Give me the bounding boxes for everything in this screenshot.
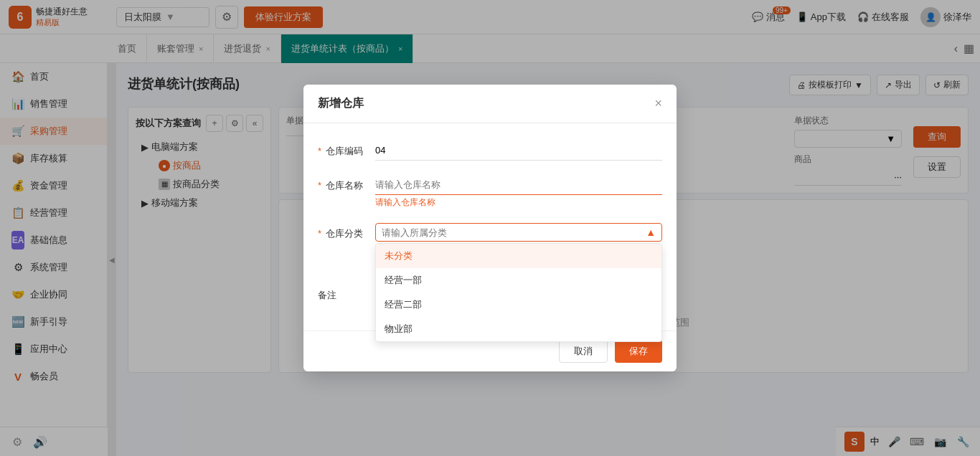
modal-close-btn[interactable]: × <box>654 96 662 111</box>
required-star: * <box>318 146 321 156</box>
dropdown-item-3[interactable]: 物业部 <box>376 317 661 341</box>
dropdown-item-2[interactable]: 经营二部 <box>376 293 661 317</box>
form-row-name: * 仓库名称 请输入仓库名称 <box>318 175 662 209</box>
modal-overlay: 新增仓库 × * 仓库编码 * 仓库名称 <box>0 0 980 456</box>
form-row-code: * 仓库编码 <box>318 141 662 161</box>
code-label: * 仓库编码 <box>318 141 375 158</box>
modal-header: 新增仓库 × <box>303 85 677 123</box>
category-label: * 仓库分类 <box>318 223 375 240</box>
required-star-cat: * <box>318 228 321 239</box>
category-dropdown-list: 未分类 经营一部 经营二部 物业部 <box>375 243 662 342</box>
category-arrow-icon[interactable]: ▲ <box>646 227 656 238</box>
name-error-msg: 请输入仓库名称 <box>375 196 662 209</box>
form-row-category: * 仓库分类 ▲ 未分类 经营一部 经营二部 物业部 <box>318 223 662 242</box>
name-control: 请输入仓库名称 <box>375 175 662 209</box>
code-control <box>375 141 662 161</box>
category-input[interactable] <box>382 227 646 238</box>
save-button[interactable]: 保存 <box>615 340 662 363</box>
code-input[interactable] <box>375 141 662 161</box>
notes-label: 备注 <box>318 285 375 302</box>
category-dropdown-toggle[interactable]: ▲ <box>375 223 662 242</box>
required-star-name: * <box>318 180 321 191</box>
modal-new-warehouse: 新增仓库 × * 仓库编码 * 仓库名称 <box>303 85 677 371</box>
name-input[interactable] <box>375 175 662 195</box>
cancel-button[interactable]: 取消 <box>559 340 608 363</box>
category-control: ▲ 未分类 经营一部 经营二部 物业部 <box>375 223 662 242</box>
modal-title: 新增仓库 <box>318 96 364 111</box>
dropdown-item-1[interactable]: 经营一部 <box>376 268 661 293</box>
dropdown-item-0[interactable]: 未分类 <box>376 244 661 268</box>
name-label: * 仓库名称 <box>318 175 375 192</box>
modal-body: * 仓库编码 * 仓库名称 请输入仓库名称 <box>303 123 677 331</box>
